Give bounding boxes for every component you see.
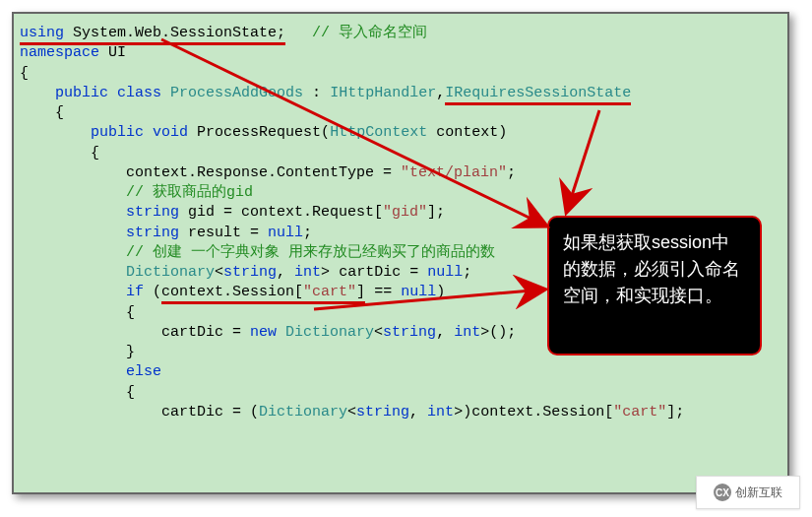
watermark: CX 创新互联 xyxy=(696,476,800,509)
code-line-19: { xyxy=(20,383,781,403)
callout-text: 如果想获取session中的数据，必须引入命名空间，和实现接口。 xyxy=(563,232,740,305)
code-line-18: else xyxy=(20,362,781,382)
code-line-4: public class ProcessAddGoods : IHttpHand… xyxy=(20,84,781,103)
kw-using: using xyxy=(20,25,64,45)
code-line-5: { xyxy=(20,103,781,123)
code-line-9: // 获取商品的gid xyxy=(20,183,781,203)
code-line-20: cartDic = (Dictionary<string, int>)conte… xyxy=(20,403,781,422)
watermark-icon: CX xyxy=(714,484,731,501)
code-container: using System.Web.SessionState; // 导入命名空间… xyxy=(12,12,789,494)
code-line-8: context.Response.ContentType = "text/pla… xyxy=(20,163,781,183)
watermark-text: 创新互联 xyxy=(735,485,782,501)
code-line-6: public void ProcessRequest(HttpContext c… xyxy=(20,123,781,143)
ns-name: System.Web.SessionState xyxy=(64,25,277,45)
code-line-1: using System.Web.SessionState; // 导入命名空间 xyxy=(20,24,781,43)
code-line-7: { xyxy=(20,144,781,163)
comment-import: // 导入命名空间 xyxy=(312,25,427,41)
code-line-3: { xyxy=(20,64,781,84)
session-access: context.Session["cart"] xyxy=(161,284,365,304)
code-line-2: namespace UI xyxy=(20,43,781,63)
interface-irequiressessionstate: IRequiresSessionState xyxy=(445,85,631,105)
callout-box: 如果想获取session中的数据，必须引入命名空间，和实现接口。 xyxy=(547,216,762,355)
